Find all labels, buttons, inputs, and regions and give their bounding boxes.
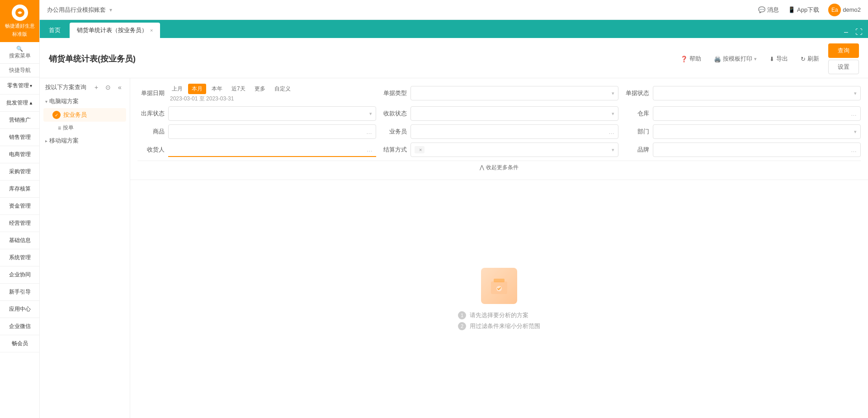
date-tab-thismonth[interactable]: 本月 (188, 84, 206, 94)
sidebar-item-sales[interactable]: 销售管理 (0, 129, 39, 146)
sidebar-quick-nav[interactable]: 快捷导航 (0, 64, 39, 77)
date-tab-custom[interactable]: 自定义 (271, 84, 294, 94)
mobile-scheme-arrow: ▸ (45, 138, 47, 143)
print-arrow: ▾ (754, 56, 757, 62)
docstatus-field[interactable]: ▾ (653, 86, 861, 100)
topbar-msg[interactable]: 💬 消息 (758, 6, 779, 14)
brand-label: 品牌 (622, 146, 649, 154)
consignee-field[interactable]: … (168, 142, 376, 157)
warehouse-field[interactable]: … (653, 106, 861, 121)
tabbar: 首页 销货单统计表（按业务员） × – ⛶ (40, 20, 868, 38)
tab-close-icon[interactable]: × (150, 28, 153, 33)
topbar-app-download[interactable]: 📱 App下载 (788, 6, 819, 14)
sidebar-item-marketing[interactable]: 营销推广 (0, 112, 39, 129)
tab-maximize-btn[interactable]: ⛶ (854, 26, 864, 38)
warehouse-label: 仓库 (622, 109, 649, 118)
purchase-label: 采购管理 (9, 168, 31, 176)
tab-home[interactable]: 首页 (42, 23, 68, 38)
sidebar-logo[interactable]: 畅捷通好生意 标准版 (0, 0, 40, 42)
sidebar-item-enterprise[interactable]: 企业协同 (0, 266, 39, 284)
mobile-scheme-toggle[interactable]: ▸ 移动端方案 (43, 134, 126, 147)
page-title: 销货单统计表(按业务员) (49, 53, 136, 64)
sidebar-item-wechat[interactable]: 企业微信 (0, 318, 39, 335)
collapse-panel-btn[interactable]: « (115, 83, 124, 92)
collectstatus-field[interactable]: ▾ (410, 106, 618, 121)
system-label: 系统管理 (9, 254, 31, 261)
sales-label: 销售管理 (9, 133, 31, 141)
msg-label: 消息 (767, 6, 779, 14)
docstatus-arrow: ▾ (854, 90, 857, 96)
dept-field[interactable]: ▾ (653, 124, 861, 139)
refresh-btn[interactable]: ↻ 刷新 (797, 53, 823, 65)
tab-minimize-btn[interactable]: – (842, 26, 850, 38)
sub-scheme-icon: ≡ (58, 125, 61, 131)
topbar-dropdown-label[interactable]: 办公用品行业模拟账套 (47, 6, 106, 14)
print-btn[interactable]: 🖨️ 按模板打印 ▾ (710, 53, 760, 65)
salesman-field[interactable]: … (410, 124, 618, 139)
retail-label: 零售管理 (7, 82, 29, 90)
apps-label: 应用中心 (9, 305, 31, 313)
date-tab-more[interactable]: 更多 (251, 84, 269, 94)
topbar-dropdown-arrow[interactable]: ▾ (109, 7, 112, 13)
filter-salesman-item: 业务员 … (380, 124, 618, 139)
sidebar-item-basic[interactable]: 基础信息 (0, 232, 39, 249)
sidebar-item-purchase[interactable]: 采购管理 (0, 163, 39, 180)
settings-button[interactable]: 设置 (828, 60, 859, 74)
settle-field[interactable]: × ▾ (410, 142, 618, 157)
filter-area: 单据日期 上月 本月 本年 近7天 更多 自定义 20 (130, 78, 868, 180)
help-icon: ❓ (680, 56, 688, 62)
sidebar-item-operations[interactable]: 经营管理 (0, 215, 39, 232)
sidebar-item-apps[interactable]: 应用中心 (0, 301, 39, 318)
empty-box-icon (481, 268, 517, 304)
topbar-user[interactable]: Ea demo2 (828, 4, 861, 16)
salesman-dots: … (609, 128, 614, 135)
consignee-label: 收货人 (137, 146, 165, 154)
filter-outstatus-item: 出库状态 ▾ (137, 106, 376, 121)
scheme-settings-btn[interactable]: ⊙ (104, 83, 113, 92)
query-settings-btns: 查询 设置 (828, 43, 859, 74)
settle-tag-remove[interactable]: × (419, 147, 422, 152)
left-panel-header: 按以下方案查询 + ⊙ « (40, 78, 130, 95)
wholesale-label: 批发管理 (6, 99, 28, 107)
dept-label: 部门 (622, 128, 649, 136)
collapse-btn[interactable]: ⋀ 收起更多条件 (137, 161, 861, 174)
add-scheme-btn[interactable]: + (92, 83, 101, 92)
brand-field[interactable]: … (653, 142, 861, 157)
sidebar-item-system[interactable]: 系统管理 (0, 249, 39, 266)
tab-sales-stats-label: 销货单统计表（按业务员） (77, 26, 147, 34)
doctype-field[interactable]: ▾ (410, 86, 618, 100)
marketing-label: 营销推广 (9, 116, 31, 124)
sidebar-item-wholesale[interactable]: 批发管理 ▲ (0, 95, 39, 112)
query-button[interactable]: 查询 (828, 43, 859, 58)
scheme-item-salesman[interactable]: ✓ 按业务员 (43, 108, 126, 122)
desktop-scheme-toggle[interactable]: ▾ 电脑端方案 (43, 95, 126, 108)
export-btn[interactable]: ⬇ 导出 (766, 53, 792, 65)
date-tab-lastmonth[interactable]: 上月 (168, 84, 186, 94)
sidebar-item-newguide[interactable]: 新手引导 (0, 284, 39, 301)
tab-sales-stats[interactable]: 销货单统计表（按业务员） × (70, 23, 160, 38)
sub-scheme-item-order[interactable]: ≡ 按单 (43, 122, 126, 134)
doctype-label: 单据类型 (380, 89, 407, 97)
help-btn[interactable]: ❓ 帮助 (677, 53, 705, 65)
left-panel: 按以下方案查询 + ⊙ « ▾ 电脑端方案 ✓ 按业务员 (40, 78, 130, 418)
finance-label: 资金管理 (9, 202, 31, 210)
desktop-scheme-arrow: ▾ (45, 99, 47, 104)
sidebar-item-inventory[interactable]: 库存核算 (0, 180, 39, 198)
outstatus-field[interactable]: ▾ (168, 106, 376, 121)
filter-consignee-item: 收货人 … (137, 142, 376, 157)
desktop-scheme-label: 电脑端方案 (49, 97, 79, 105)
sidebar-search[interactable]: 🔍 搜索菜单 (0, 42, 39, 64)
goods-field[interactable]: … (168, 124, 376, 139)
date-tab-7days[interactable]: 近7天 (228, 84, 249, 94)
warehouse-dots: … (851, 110, 857, 117)
basic-label: 基础信息 (9, 237, 31, 244)
consignee-dots: … (367, 146, 373, 153)
settle-arrow: ▾ (612, 147, 614, 153)
date-tab-thisyear[interactable]: 本年 (208, 84, 226, 94)
sidebar-item-member[interactable]: 畅会员 (0, 335, 39, 352)
sidebar-item-ecom[interactable]: 电商管理 (0, 146, 39, 163)
sidebar-item-finance[interactable]: 资金管理 (0, 198, 39, 215)
date-range-text: 2023-03-01 至 2023-03-31 (168, 95, 376, 103)
sidebar-item-retail[interactable]: 零售管理 ▾ (0, 77, 39, 95)
svg-rect-2 (494, 279, 505, 282)
